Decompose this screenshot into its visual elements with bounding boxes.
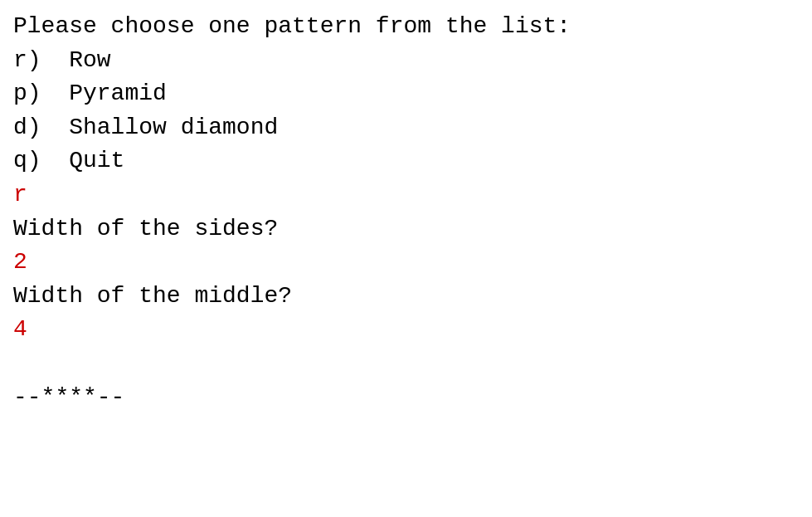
user-input-r: r [13,178,799,212]
user-input-2: 2 [13,246,799,280]
option-p-line: p) Pyramid [13,77,799,111]
option-q-line: q) Quit [13,144,799,178]
prompt-line: Please choose one pattern from the list: [13,10,799,44]
user-input-4: 4 [13,313,799,347]
terminal-output: Please choose one pattern from the list:… [13,10,799,414]
pattern-output: --****-- [13,381,799,415]
option-r-line: r) Row [13,44,799,78]
question-middle-line: Width of the middle? [13,280,799,314]
question-sides-line: Width of the sides? [13,212,799,246]
blank-line [13,347,799,381]
option-d-line: d) Shallow diamond [13,111,799,145]
